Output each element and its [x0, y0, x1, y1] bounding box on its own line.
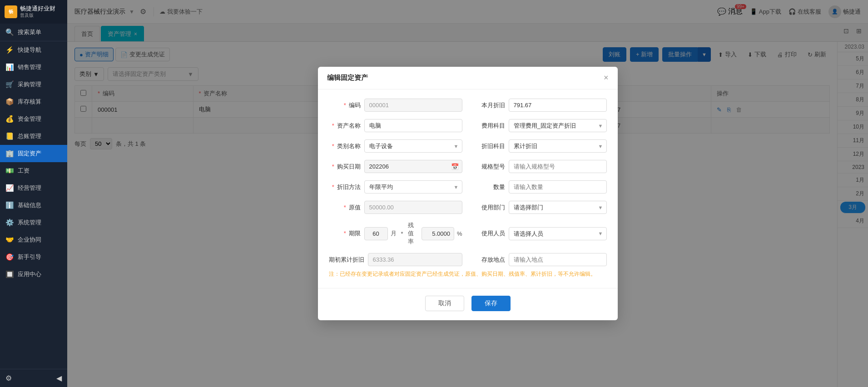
dep-subject-select-wrap: 累计折旧 ▼ — [509, 139, 607, 153]
form-row-period: * 期限 月 * 残值率 % — [329, 221, 462, 246]
sidebar-item-enterprise[interactable]: 🤝 企业协同 — [0, 231, 67, 248]
purchase-date-input[interactable] — [364, 160, 462, 173]
sidebar-label-inventory: 库存核算 — [18, 98, 41, 106]
calendar-icon[interactable]: 📅 — [451, 163, 459, 170]
sidebar-label-basic-info: 基础信息 — [18, 201, 41, 209]
sidebar-label-operations: 经营管理 — [18, 184, 41, 192]
form-row-quantity: 数量 — [473, 180, 607, 194]
modal-body: * 编码 本月折旧 * — [318, 89, 618, 288]
form-row-use-dept: 使用部门 请选择部门 ▼ — [473, 201, 607, 214]
sidebar-item-system[interactable]: ⚙️ 系统管理 — [0, 214, 67, 231]
form-row-purchase-date: * 购买日期 📅 — [329, 160, 462, 173]
sidebar-item-app-center[interactable]: 🔲 应用中心 — [0, 266, 67, 283]
sales-icon: 📊 — [5, 63, 14, 71]
edit-asset-modal: 编辑固定资产 × * 编码 本月折旧 — [318, 67, 618, 320]
dep-method-select[interactable]: 年限平均 — [364, 180, 462, 194]
settings-icon: ⚙ — [5, 374, 12, 382]
storage-input[interactable] — [509, 253, 607, 266]
sidebar-item-operations[interactable]: 📈 经营管理 — [0, 179, 67, 197]
category-select-wrap: 电子设备 ▼ — [364, 139, 462, 153]
ledger-icon: 📒 — [5, 132, 14, 140]
system-icon: ⚙️ — [5, 218, 14, 227]
modal-header: 编辑固定资产 × — [318, 67, 618, 89]
form-row-category: * 类别名称 电子设备 ▼ — [329, 139, 462, 153]
use-dept-select-wrap: 请选择部门 ▼ — [509, 201, 607, 214]
period-input[interactable] — [364, 227, 388, 240]
cancel-btn[interactable]: 取消 — [425, 296, 464, 311]
sidebar-label-finance: 资金管理 — [18, 115, 41, 123]
spec-label: 规格型号 — [473, 163, 505, 171]
expense-subject-label: 费用科目 — [473, 122, 505, 130]
sidebar-item-quick-nav[interactable]: ⚡ 快捷导航 — [0, 41, 67, 59]
sidebar-item-sales[interactable]: 📊 销售管理 — [0, 59, 67, 76]
sidebar-item-search[interactable]: 🔍 搜索菜单 — [0, 24, 67, 41]
original-value-label: * 原值 — [329, 203, 361, 212]
main-area: 医疗器械行业演示 ▼ ⚙ ☁ 我要体验一下 💬 消息 99+ 📱 App下载 🎧… — [67, 0, 868, 387]
use-dept-label: 使用部门 — [473, 203, 505, 212]
sidebar-item-basic-info[interactable]: ℹ️ 基础信息 — [0, 197, 67, 214]
sidebar-label-fixed-assets: 固定资产 — [18, 149, 41, 158]
form-row-expense-subject: 费用科目 管理费用_固定资产折旧 ▼ — [473, 119, 607, 132]
modal-title: 编辑固定资产 — [327, 74, 368, 82]
code-input[interactable] — [364, 99, 462, 112]
category-name-label: * 类别名称 — [329, 142, 361, 150]
initial-dep-input[interactable] — [368, 253, 462, 266]
sidebar-label-enterprise: 企业协同 — [18, 236, 41, 244]
sidebar-label-search: 搜索菜单 — [18, 28, 41, 36]
sidebar-item-finance[interactable]: 💰 资金管理 — [0, 110, 67, 128]
dep-method-label: * 折旧方法 — [329, 183, 361, 191]
sidebar-label-sales: 销售管理 — [18, 63, 41, 71]
form-row-storage: 存放地点 — [473, 253, 607, 266]
form-row-original-value: * 原值 — [329, 201, 462, 214]
sidebar-item-fixed-assets[interactable]: 🏢 固定资产 — [0, 145, 67, 162]
asset-name-label: * 资产名称 — [329, 122, 361, 130]
dep-subject-select[interactable]: 累计折旧 — [509, 139, 607, 153]
storage-label: 存放地点 — [473, 256, 505, 264]
residual-rate-label: 残值率 — [408, 221, 417, 246]
app-subtitle: 普及版 — [20, 12, 55, 19]
residual-rate-input[interactable] — [422, 227, 454, 240]
form-row-asset-name: * 资产名称 — [329, 119, 462, 132]
save-btn[interactable]: 保存 — [471, 296, 511, 311]
period-unit-label: 月 — [391, 229, 397, 238]
guide-icon: 🎯 — [5, 253, 14, 261]
app-logo: 畅 — [5, 5, 17, 18]
asset-name-input[interactable] — [364, 119, 462, 132]
quantity-input[interactable] — [509, 180, 607, 194]
finance-icon: 💰 — [5, 115, 14, 123]
form-row-dep-subject: 折旧科目 累计折旧 ▼ — [473, 139, 607, 153]
sidebar-item-purchase[interactable]: 🛒 采购管理 — [0, 76, 67, 93]
purchase-date-label: * 购买日期 — [329, 163, 361, 171]
inventory-icon: 📦 — [5, 98, 14, 106]
sidebar-nav: 🔍 搜索菜单 ⚡ 快捷导航 📊 销售管理 🛒 采购管理 📦 库存核算 💰 资金管… — [0, 24, 67, 369]
form-row-monthly-dep: 本月折旧 — [473, 99, 607, 112]
collapse-icon[interactable]: ◀ — [56, 374, 62, 382]
sidebar-label-payroll: 工资 — [18, 167, 30, 175]
use-dept-select[interactable]: 请选择部门 — [509, 201, 607, 214]
sidebar-header: 畅 畅捷通好业财 普及版 — [0, 0, 67, 24]
original-value-input[interactable] — [364, 201, 462, 214]
residual-rate-asterisk: * — [401, 230, 403, 237]
sidebar-label-app-center: 应用中心 — [18, 270, 41, 278]
monthly-dep-input[interactable] — [509, 99, 607, 112]
sidebar-item-ledger[interactable]: 📒 总账管理 — [0, 128, 67, 145]
sidebar-label-ledger: 总账管理 — [18, 132, 41, 140]
period-label: * 期限 — [329, 229, 361, 238]
modal-footer: 取消 保存 — [318, 288, 618, 320]
sidebar-label-guide: 新手引导 — [18, 253, 41, 261]
sidebar-item-guide[interactable]: 🎯 新手引导 — [0, 248, 67, 266]
category-select[interactable]: 电子设备 — [364, 139, 462, 153]
expense-subject-select[interactable]: 管理费用_固定资产折旧 — [509, 119, 607, 132]
sidebar-item-inventory[interactable]: 📦 库存核算 — [0, 93, 67, 110]
sidebar-item-payroll[interactable]: 💵 工资 — [0, 162, 67, 179]
user-select[interactable]: 请选择人员 — [509, 227, 607, 240]
enterprise-icon: 🤝 — [5, 236, 14, 244]
modal-close-btn[interactable]: × — [604, 73, 609, 83]
period-wrap: 月 * 残值率 % — [364, 221, 462, 246]
monthly-dep-label: 本月折旧 — [473, 101, 505, 109]
spec-input[interactable] — [509, 160, 607, 173]
sidebar-label-purchase: 采购管理 — [18, 80, 41, 89]
sidebar-settings[interactable]: ⚙ ◀ — [0, 369, 67, 387]
expense-subject-select-wrap: 管理费用_固定资产折旧 ▼ — [509, 119, 607, 132]
user-label: 使用人员 — [473, 229, 505, 238]
